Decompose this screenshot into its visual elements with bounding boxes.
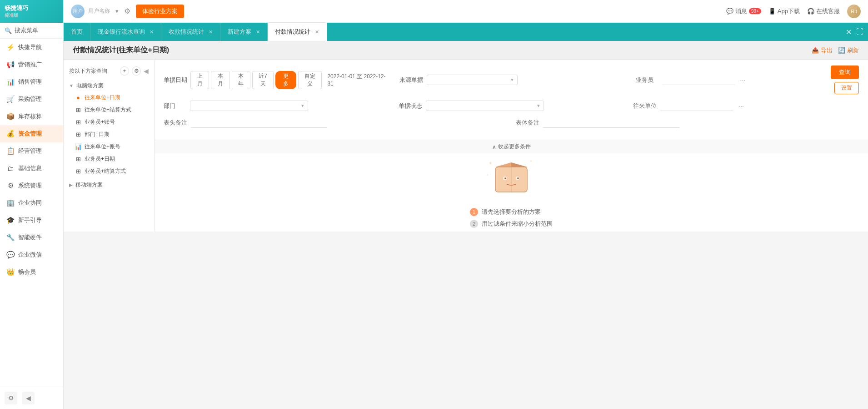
notification-icon: 💬 xyxy=(726,8,733,15)
sidebar-item-sales[interactable]: 📊 销售管理 xyxy=(0,73,63,91)
export-label: 导出 xyxy=(821,46,833,55)
query-btn[interactable]: 查询 xyxy=(831,66,859,79)
header-note-label: 表头备注 xyxy=(164,119,187,127)
scheme-item-label: 业务员+结算方式 xyxy=(85,167,126,175)
date-btn-last-month[interactable]: 上月 xyxy=(190,71,209,89)
notification-btn[interactable]: 💬 消息 99+ xyxy=(726,7,761,15)
sidebar-item-basic-info[interactable]: 🗂 基础信息 xyxy=(0,160,63,177)
tab-home[interactable]: 首页 xyxy=(64,23,90,41)
sidebar-item-operations[interactable]: 📋 经营管理 xyxy=(0,142,63,160)
scheme-item-counterpart-date[interactable]: ● 往来单位+日期 xyxy=(64,91,154,104)
counterpart-input[interactable] xyxy=(660,101,733,111)
sidebar-item-enterprise[interactable]: 🏢 企业协同 xyxy=(0,194,63,212)
scheme-item-salesperson-settlement[interactable]: ⊞ 业务员+结算方式 xyxy=(64,165,154,177)
sidebar: 畅捷通巧 标准版 🔍 搜索菜单 ⚡ 快捷导航 📢 营销推广 📊 销售管理 🛒 采… xyxy=(0,0,64,409)
tab-collection-stats[interactable]: 收款情况统计 ✕ xyxy=(161,23,220,41)
filter-group-dept: 部门 ▾ xyxy=(164,101,389,111)
sidebar-item-system[interactable]: ⚙ 系统管理 xyxy=(0,177,63,194)
salesperson-input[interactable] xyxy=(662,75,735,85)
tab-collection-stats-close[interactable]: ✕ xyxy=(209,29,213,35)
tab-new-scheme-close[interactable]: ✕ xyxy=(256,29,260,35)
filters-area: 单据日期 上月 本月 本年 近7天 更多 自定义 2022-01-01 至 20… xyxy=(155,60,868,140)
scheme-header-actions: + ⚙ ◀ xyxy=(120,66,149,76)
dept-select[interactable]: ▾ xyxy=(190,101,308,111)
scheme-group-desktop: ▼ 电脑端方案 ● 往来单位+日期 ⊞ 往来单位+结算方式 ⊞ 业务员+账号 xyxy=(64,80,154,177)
user-dropdown-icon[interactable]: ▾ xyxy=(115,8,119,15)
scheme-group-desktop-title[interactable]: ▼ 电脑端方案 xyxy=(64,80,154,91)
app-download-label: App下载 xyxy=(778,7,800,15)
scheme-item-counterpart-account[interactable]: 📊 往来单位+账号 xyxy=(64,141,154,153)
scheme-item-salesperson-date[interactable]: ⊞ 业务员+日期 xyxy=(64,153,154,165)
add-scheme-btn[interactable]: + xyxy=(120,66,129,76)
counterpart-ellipsis[interactable]: ··· xyxy=(737,102,746,110)
date-btn-this-year[interactable]: 本年 xyxy=(232,71,250,89)
step-num-2: 2 xyxy=(470,220,478,228)
sidebar-item-wechat[interactable]: 💬 企业微信 xyxy=(0,246,63,263)
operations-icon: 📋 xyxy=(6,147,15,155)
sidebar-item-guide[interactable]: 🎓 新手引导 xyxy=(0,212,63,229)
sidebar-item-label: 快捷导航 xyxy=(18,43,42,51)
topbar-settings-icon[interactable]: ⚙ xyxy=(124,7,130,15)
sidebar-item-finance[interactable]: 💰 资金管理 xyxy=(0,125,63,142)
scheme-item-dept-date[interactable]: ⊞ 部门+日期 xyxy=(64,128,154,141)
date-btn-more[interactable]: 更多 xyxy=(275,71,296,89)
sidebar-item-marketing[interactable]: 📢 营销推广 xyxy=(0,56,63,73)
logo-text: 畅捷通巧 xyxy=(5,4,28,12)
filter-row-1: 单据日期 上月 本月 本年 近7天 更多 自定义 2022-01-01 至 20… xyxy=(164,66,859,94)
scheme-settings-btn[interactable]: ⚙ xyxy=(132,66,141,76)
sidebar-item-member[interactable]: 👑 畅会员 xyxy=(0,263,63,281)
salesperson-ellipsis[interactable]: ··· xyxy=(738,76,748,84)
close-all-tabs-icon[interactable]: ✕ xyxy=(846,28,852,36)
sidebar-item-quick-nav[interactable]: ⚡ 快捷导航 xyxy=(0,39,63,56)
scheme-collapse-btn[interactable]: ◀ xyxy=(144,67,149,75)
sidebar-item-hardware[interactable]: 🔧 智能硬件 xyxy=(0,229,63,246)
refresh-btn[interactable]: 🔄 刷新 xyxy=(838,46,859,55)
page-title: 付款情况统计(往来单位+日期) xyxy=(73,45,169,55)
body-note-input[interactable] xyxy=(543,117,679,128)
header-note-input[interactable] xyxy=(191,117,327,128)
voucher-status-select[interactable]: ▾ xyxy=(426,101,544,111)
scheme-icon-2: ⊞ xyxy=(75,119,82,126)
sidebar-item-purchase[interactable]: 🛒 采购管理 xyxy=(0,91,63,108)
tab-payment-stats[interactable]: 付款情况统计 ✕ xyxy=(268,23,327,41)
sidebar-item-label: 营销推广 xyxy=(18,61,42,69)
page-header: 付款情况统计(往来单位+日期) 📤 导出 🔄 刷新 xyxy=(64,41,868,60)
main-area: 用户 用户名称 ▾ ⚙ 体验行业方案 💬 消息 99+ 📱 App下载 🎧 在线… xyxy=(64,0,868,409)
finance-icon: 💰 xyxy=(6,130,15,138)
export-btn[interactable]: 📤 导出 xyxy=(812,46,833,55)
trial-btn[interactable]: 体验行业方案 xyxy=(136,5,184,18)
expand-tabs-icon[interactable]: ⛶ xyxy=(856,28,863,36)
tab-new-scheme[interactable]: 新建方案 ✕ xyxy=(220,23,268,41)
collapse-more-btn[interactable]: ∧ 收起更多条件 xyxy=(155,140,868,153)
tab-bank-flow-close[interactable]: ✕ xyxy=(150,29,154,35)
date-btns: 上月 本月 本年 近7天 更多 自定义 xyxy=(190,71,322,89)
sidebar-item-inventory[interactable]: 📦 库存核算 xyxy=(0,108,63,125)
date-btn-custom[interactable]: 自定义 xyxy=(298,71,322,89)
source-voucher-select[interactable]: ▾ xyxy=(427,75,518,85)
wechat-icon: 💬 xyxy=(6,251,15,259)
sidebar-header: 畅捷通巧 标准版 xyxy=(0,0,63,23)
content-area: 付款情况统计(往来单位+日期) 📤 导出 🔄 刷新 按以下方案查询 + xyxy=(64,41,868,409)
scheme-icon-1: ⊞ xyxy=(75,106,82,114)
scheme-item-salesperson-account[interactable]: ⊞ 业务员+账号 xyxy=(64,116,154,128)
tab-bank-flow[interactable]: 现金银行流水查询 ✕ xyxy=(90,23,161,41)
sidebar-item-label: 销售管理 xyxy=(18,78,42,86)
svg-text:✦: ✦ xyxy=(489,161,492,166)
date-btn-7days[interactable]: 近7天 xyxy=(252,71,274,89)
tab-payment-stats-close[interactable]: ✕ xyxy=(315,29,319,35)
sidebar-settings-btn[interactable]: ⚙ xyxy=(5,392,17,404)
scheme-item-counterpart-settlement[interactable]: ⊞ 往来单位+结算方式 xyxy=(64,104,154,116)
topbar-avatar[interactable]: Rit xyxy=(847,5,861,18)
empty-steps: 1 请先选择要分析的方案 2 用过滤条件来缩小分析范围 xyxy=(470,208,553,232)
filter-row-3: 表头备注 表体备注 xyxy=(164,117,859,128)
sidebar-collapse-btn[interactable]: ◀ xyxy=(22,392,35,404)
inventory-icon: 📦 xyxy=(6,112,15,121)
search-menu[interactable]: 🔍 搜索菜单 xyxy=(0,23,63,39)
settings-btn[interactable]: 设置 xyxy=(834,82,859,94)
app-download-btn[interactable]: 📱 App下载 xyxy=(768,7,800,15)
date-btn-this-month[interactable]: 本月 xyxy=(211,71,229,89)
filter-group-body-note: 表体备注 xyxy=(516,117,859,128)
online-service-btn[interactable]: 🎧 在线客服 xyxy=(807,7,840,15)
scheme-group-mobile-title[interactable]: ▶ 移动端方案 xyxy=(64,179,154,191)
filter-group-voucher-status: 单据状态 ▾ xyxy=(399,101,624,111)
